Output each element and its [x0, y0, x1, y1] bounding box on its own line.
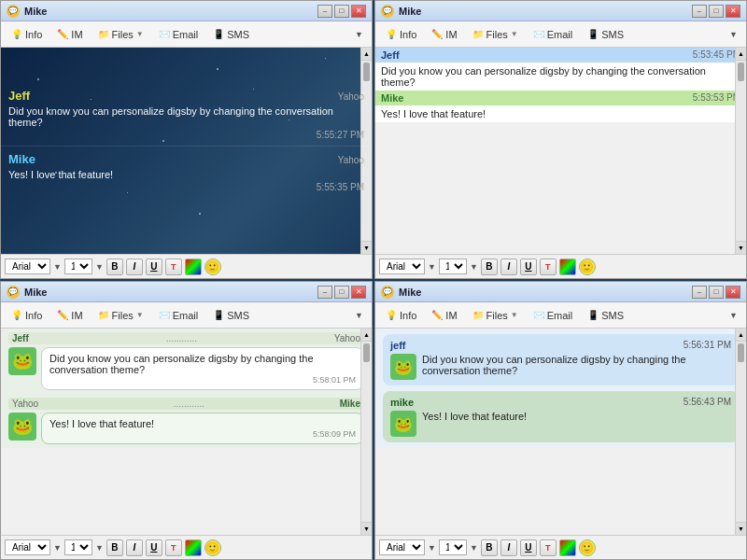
clean-header-mike-4: mike 5:56:43 PM	[390, 397, 731, 408]
minimize-btn-2[interactable]: –	[692, 5, 707, 18]
scroll-up-3[interactable]: ▲	[361, 329, 372, 342]
text-color-btn-3[interactable]: T	[165, 539, 182, 556]
tab-info-2[interactable]: 💡 Info	[379, 26, 423, 43]
scroll-up-4[interactable]: ▲	[736, 329, 746, 342]
service-jeff-1: Yahoo	[338, 91, 364, 102]
size-select-2[interactable]: 10	[439, 259, 467, 274]
scroll-down-2[interactable]: ▼	[736, 241, 746, 254]
font-select-3[interactable]: Arial	[5, 539, 50, 555]
maximize-btn-1[interactable]: □	[334, 5, 349, 18]
size-select-3[interactable]: 10	[64, 539, 92, 555]
window-1: 💬 Mike – □ ✕ 💡 Info ✏️ IM 📁 Files ▼ ✉️ E…	[0, 0, 373, 279]
email-icon-4: ✉️	[533, 310, 544, 321]
time-jeff-2: 5:53:45 PM	[693, 49, 740, 61]
tab-arrow-3[interactable]: ▼	[350, 308, 368, 323]
font-select-2[interactable]: Arial	[379, 259, 425, 274]
tab-bar-2: 💡 Info ✏️ IM 📁 Files ▼ ✉️ Email 📱 SMS ▼	[375, 21, 746, 48]
emoji-btn-3[interactable]: 🙂	[204, 539, 221, 556]
window-title-3: Mike	[24, 287, 317, 298]
emoji-btn-4[interactable]: 🙂	[579, 539, 596, 556]
bold-btn-1[interactable]: B	[106, 259, 123, 275]
emoji-btn-1[interactable]: 🙂	[204, 259, 221, 275]
tab-bar-1: 💡 Info ✏️ IM 📁 Files ▼ ✉️ Email 📱 SMS ▼	[1, 21, 372, 48]
close-btn-3[interactable]: ✕	[351, 286, 366, 299]
color-picker-1[interactable]	[185, 259, 202, 275]
minimize-btn-3[interactable]: –	[317, 286, 332, 299]
tab-sms-2[interactable]: 📱 SMS	[581, 26, 630, 43]
italic-btn-4[interactable]: I	[500, 539, 517, 556]
tab-email-2[interactable]: ✉️ Email	[527, 26, 580, 43]
underline-btn-1[interactable]: U	[146, 259, 162, 275]
tab-files-4[interactable]: 📁 Files ▼	[466, 307, 525, 324]
message-1-mike: Mike Yahoo Yes! I love that feature! 5:5…	[1, 148, 372, 196]
tab-im-1[interactable]: ✏️ IM	[50, 26, 89, 43]
tab-email-3[interactable]: ✉️ Email	[152, 307, 205, 324]
close-btn-2[interactable]: ✕	[726, 5, 740, 18]
clean-time-mike-4: 5:56:43 PM	[684, 397, 731, 408]
tab-im-3[interactable]: ✏️ IM	[50, 307, 89, 324]
close-btn-1[interactable]: ✕	[351, 5, 366, 18]
body-jeff-2: Did you know you can personalize digsby …	[375, 63, 746, 91]
scroll-thumb-4[interactable]	[738, 343, 744, 362]
underline-btn-3[interactable]: U	[146, 539, 162, 556]
underline-btn-4[interactable]: U	[520, 539, 537, 556]
scrollbar-4: ▲ ▼	[735, 329, 746, 535]
color-picker-3[interactable]	[185, 539, 202, 556]
tab-email-4[interactable]: ✉️ Email	[527, 307, 580, 324]
title-controls-4: – □ ✕	[692, 286, 740, 299]
bubble-sender-jeff-3: Jeff	[12, 333, 29, 343]
scroll-up-2[interactable]: ▲	[736, 48, 746, 61]
tab-arrow-2[interactable]: ▼	[725, 27, 742, 42]
tab-arrow-4[interactable]: ▼	[725, 308, 742, 323]
tab-files-3[interactable]: 📁 Files ▼	[92, 307, 150, 324]
maximize-btn-3[interactable]: □	[334, 286, 349, 299]
emoji-btn-2[interactable]: 🙂	[579, 259, 596, 275]
tab-sms-1[interactable]: 📱 SMS	[206, 26, 256, 43]
italic-btn-1[interactable]: I	[126, 259, 143, 275]
tab-arrow-1[interactable]: ▼	[350, 27, 368, 42]
maximize-btn-2[interactable]: □	[709, 5, 724, 18]
tab-info-1[interactable]: 💡 Info	[5, 26, 49, 43]
scroll-thumb-3[interactable]	[363, 343, 370, 362]
text-color-btn-2[interactable]: T	[540, 259, 557, 275]
tab-info-3[interactable]: 💡 Info	[5, 307, 49, 324]
window-title-4: Mike	[399, 287, 692, 298]
bubble-mike-3: Yahoo ............ Mike 🐸 Yes! I love th…	[1, 394, 372, 448]
underline-btn-2[interactable]: U	[520, 259, 537, 275]
maximize-btn-4[interactable]: □	[709, 286, 724, 299]
chat-area-3: Jeff ............ Yahoo 🐸 Did you know y…	[1, 329, 372, 448]
font-select-1[interactable]: Arial	[5, 259, 50, 274]
minimize-btn-1[interactable]: –	[317, 5, 332, 18]
body-mike-2: Yes! I love that feature!	[375, 105, 746, 122]
italic-btn-3[interactable]: I	[126, 539, 143, 556]
window-icon-1: 💬	[7, 5, 20, 18]
close-btn-4[interactable]: ✕	[726, 286, 740, 299]
files-icon-1: 📁	[98, 29, 109, 40]
clean-body-jeff-4: 🐸 Did you know you can personalize digsb…	[390, 354, 731, 380]
bold-btn-2[interactable]: B	[481, 259, 498, 275]
size-select-4[interactable]: 10	[439, 539, 467, 555]
message-1-jeff: Jeff Yahoo Did you know you can personal…	[1, 85, 372, 144]
color-picker-2[interactable]	[559, 259, 576, 275]
text-color-btn-1[interactable]: T	[165, 259, 182, 275]
size-select-1[interactable]: 10	[64, 259, 92, 274]
text-color-btn-4[interactable]: T	[540, 539, 557, 556]
tab-sms-4[interactable]: 📱 SMS	[581, 307, 630, 324]
italic-btn-2[interactable]: I	[500, 259, 517, 275]
tab-im-4[interactable]: ✏️ IM	[425, 307, 463, 324]
tab-email-1[interactable]: ✉️ Email	[152, 26, 205, 43]
minimize-btn-4[interactable]: –	[692, 286, 707, 299]
scroll-thumb-2[interactable]	[738, 63, 744, 81]
bold-btn-4[interactable]: B	[481, 539, 498, 556]
tab-sms-3[interactable]: 📱 SMS	[206, 307, 256, 324]
scroll-down-4[interactable]: ▼	[736, 522, 746, 535]
tab-files-2[interactable]: 📁 Files ▼	[466, 26, 525, 43]
color-picker-4[interactable]	[559, 539, 576, 556]
bold-btn-3[interactable]: B	[106, 539, 123, 556]
tab-info-4[interactable]: 💡 Info	[379, 307, 423, 324]
scroll-down-3[interactable]: ▼	[361, 522, 372, 535]
scroll-down-1[interactable]: ▼	[361, 241, 372, 254]
font-select-4[interactable]: Arial	[379, 539, 425, 555]
tab-im-2[interactable]: ✏️ IM	[425, 26, 463, 43]
tab-files-1[interactable]: 📁 Files ▼	[92, 26, 150, 43]
